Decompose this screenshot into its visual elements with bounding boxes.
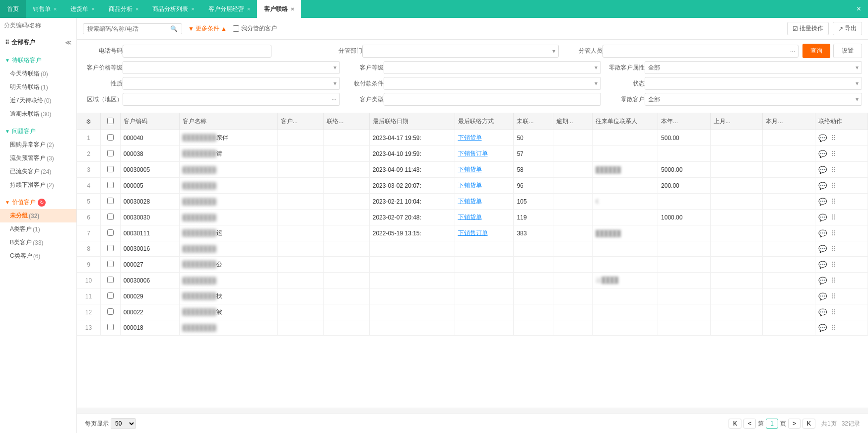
row-checkbox[interactable] — [101, 273, 121, 289]
more-icon[interactable]: ⠿ — [831, 150, 836, 158]
close-product-analysis-list-tab[interactable]: × — [191, 6, 194, 12]
chat-icon[interactable]: 💬 — [818, 324, 827, 332]
problem-customers-group[interactable]: ▼ 问题客户 — [0, 125, 76, 138]
sidebar-item-class-c[interactable]: C类客户 (6) — [0, 249, 76, 263]
sidebar-item-class-b[interactable]: B类客户 (33) — [0, 236, 76, 249]
sidebar-search-input[interactable] — [4, 22, 77, 29]
nav-customer-tier[interactable]: 客户分层经营 × — [201, 0, 257, 18]
person-select[interactable]: ··· — [602, 45, 799, 58]
horizontal-scrollbar[interactable] — [77, 408, 868, 414]
row-checkbox[interactable] — [101, 257, 121, 273]
select-all-checkbox[interactable] — [107, 118, 114, 124]
customer-level-select[interactable]: ▾ — [384, 61, 601, 74]
more-icon[interactable]: ⠿ — [831, 277, 836, 285]
more-icon[interactable]: ⠿ — [831, 308, 836, 316]
row-checkbox[interactable] — [101, 210, 121, 225]
sidebar-item-today[interactable]: 今天待联络 (0) — [0, 67, 76, 80]
first-page-button[interactable]: K — [729, 419, 741, 429]
way-link[interactable]: 下销售订单 — [458, 229, 488, 236]
chat-icon[interactable]: 💬 — [818, 245, 827, 253]
payment-select[interactable]: ▾ — [384, 77, 601, 90]
sidebar-item-overdue[interactable]: 逾期未联络 (30) — [0, 107, 76, 121]
more-icon[interactable]: ⠿ — [831, 166, 836, 174]
sidebar-item-class-a[interactable]: A类客户 (1) — [0, 222, 76, 236]
customer-type-select[interactable] — [384, 93, 601, 106]
nav-purchase[interactable]: 进货单 × — [64, 0, 101, 18]
chat-icon[interactable]: 💬 — [818, 166, 827, 174]
chat-icon[interactable]: 💬 — [818, 214, 827, 221]
row-checkbox[interactable] — [101, 162, 121, 178]
chat-icon[interactable]: 💬 — [818, 229, 827, 237]
way-link[interactable]: 下销售订单 — [458, 150, 488, 157]
chat-icon[interactable]: 💬 — [818, 150, 827, 158]
batch-operation-button[interactable]: ☑ 批量操作 — [787, 22, 829, 35]
region-select[interactable]: ··· — [123, 93, 340, 106]
chat-icon[interactable]: 💬 — [818, 308, 827, 316]
more-conditions-button[interactable]: ▼ 更多条件 ▲ — [188, 24, 227, 33]
value-customers-group[interactable]: ▼ 价值客户 ↻ — [0, 196, 76, 209]
chat-icon[interactable]: 💬 — [818, 292, 827, 300]
sidebar-item-hoarding[interactable]: 囤购异常客户 (2) — [0, 138, 76, 151]
chat-icon[interactable]: 💬 — [818, 277, 827, 285]
chat-icon[interactable]: 💬 — [818, 134, 827, 142]
row-checkbox[interactable] — [101, 225, 121, 241]
sidebar-item-tomorrow[interactable]: 明天待联络 (1) — [0, 80, 76, 94]
more-icon[interactable]: ⠿ — [831, 214, 836, 221]
page-size-select[interactable]: 50 20 100 — [111, 418, 136, 429]
more-icon[interactable]: ⠿ — [831, 134, 836, 142]
close-product-analysis-tab[interactable]: × — [135, 6, 138, 12]
search-input[interactable] — [87, 25, 170, 32]
way-link[interactable]: 下销货单 — [458, 166, 482, 173]
nav-sales[interactable]: 销售单 × — [26, 0, 64, 18]
chat-icon[interactable]: 💬 — [818, 182, 827, 190]
next-page-button[interactable]: > — [788, 419, 801, 429]
search-icon[interactable]: 🔍 — [170, 25, 178, 32]
dept-select[interactable]: ▾ — [362, 45, 558, 58]
more-icon[interactable]: ⠿ — [831, 182, 836, 190]
nav-customer-contact[interactable]: 客户联络 × — [257, 0, 301, 18]
gender-select[interactable]: ▾ — [123, 77, 340, 90]
sidebar-item-week[interactable]: 近7天待联络 (0) — [0, 94, 76, 107]
more-icon[interactable]: ⠿ — [831, 229, 836, 237]
last-page-button[interactable]: K — [802, 419, 815, 429]
way-link[interactable]: 下销货单 — [458, 182, 482, 189]
row-checkbox[interactable] — [101, 178, 121, 194]
close-customer-contact-tab[interactable]: × — [291, 6, 294, 12]
close-sales-tab[interactable]: × — [54, 6, 57, 12]
more-icon[interactable]: ⠿ — [831, 261, 836, 269]
row-checkbox[interactable] — [101, 241, 121, 257]
retail-customer-select[interactable]: 全部 ▾ — [645, 93, 862, 106]
row-checkbox[interactable] — [101, 146, 121, 162]
query-button[interactable]: 查询 — [802, 44, 830, 58]
chat-icon[interactable]: 💬 — [818, 261, 827, 269]
close-customer-tier-tab[interactable]: × — [247, 6, 250, 12]
more-icon[interactable]: ⠿ — [831, 292, 836, 300]
row-checkbox[interactable] — [101, 304, 121, 320]
phone-input[interactable] — [123, 45, 271, 58]
window-close-button[interactable]: × — [850, 0, 868, 18]
sidebar-item-churned[interactable]: 已流失客户 (24) — [0, 165, 76, 178]
way-link[interactable]: 下销货单 — [458, 134, 482, 141]
retail-attr-select[interactable]: 全部 ▾ — [645, 61, 862, 74]
more-icon[interactable]: ⠿ — [831, 198, 836, 206]
sidebar-item-churn-warning[interactable]: 流失预警客户 (3) — [0, 151, 76, 165]
row-checkbox[interactable] — [101, 130, 121, 146]
nav-product-analysis[interactable]: 商品分析 × — [102, 0, 145, 18]
more-icon[interactable]: ⠿ — [831, 324, 836, 332]
prev-page-button[interactable]: < — [743, 419, 756, 429]
row-checkbox[interactable] — [101, 289, 121, 304]
all-customers-header[interactable]: ⠿ 全部客户 ≪ — [0, 35, 76, 50]
my-customers-checkbox[interactable] — [233, 25, 239, 32]
pending-contact-group[interactable]: ▼ 待联络客户 — [0, 54, 76, 67]
price-level-select[interactable]: ▾ — [123, 61, 340, 74]
row-checkbox[interactable] — [101, 194, 121, 210]
way-link[interactable]: 下销货单 — [458, 198, 482, 205]
chat-icon[interactable]: 💬 — [818, 198, 827, 206]
close-purchase-tab[interactable]: × — [91, 6, 94, 12]
row-checkbox[interactable] — [101, 320, 121, 336]
settings-icon[interactable]: ⚙ — [86, 118, 91, 125]
way-link[interactable]: 下销货单 — [458, 214, 482, 220]
col-header-settings[interactable]: ⚙ — [77, 113, 101, 130]
sidebar-item-ungrouped[interactable]: 未分组 (32) — [0, 209, 76, 222]
collapse-icon[interactable]: ≪ — [65, 39, 71, 46]
